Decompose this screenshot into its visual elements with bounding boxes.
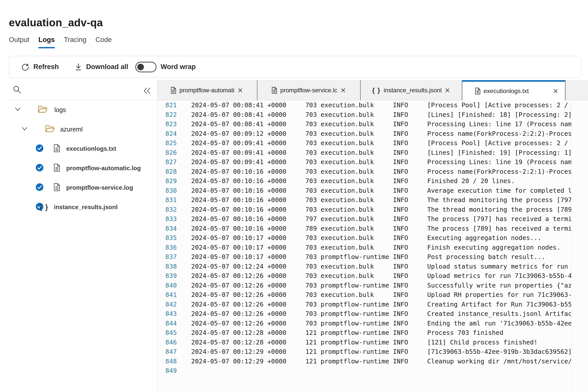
document-icon	[272, 87, 277, 94]
view-tab-label: Logs	[38, 36, 55, 43]
editor-tab[interactable]: { } instance_results.jsonl	[361, 80, 462, 100]
log-line-text: 2024-05-07 00:10:16 +0000 703 execution.…	[191, 195, 572, 205]
file-tree: logs azureml { } executionlogs.txt { } p…	[0, 100, 157, 217]
log-line: 822 2024-05-07 00:08:41 +0000 703 execut…	[157, 110, 588, 120]
line-number: 841	[157, 290, 177, 300]
view-tabs: Output Logs Tracing Code	[9, 36, 112, 48]
log-line: 823 2024-05-07 00:08:41 +0000 703 execut…	[157, 119, 588, 129]
log-line-text: 2024-05-07 00:12:26 +0000 703 promptflow…	[191, 309, 572, 319]
tree-folder-logs[interactable]: logs	[0, 100, 157, 119]
view-tab-label: Code	[96, 36, 112, 43]
view-tab-code[interactable]: Code	[96, 36, 112, 48]
log-line: 845 2024-05-07 00:12:28 +0000 121 prompt…	[157, 328, 588, 338]
file-tree-item[interactable]: { } executionlogs.txt	[0, 139, 157, 158]
editor-tab[interactable]: { } promptflow-service.lc	[257, 80, 361, 100]
word-wrap-toggle[interactable]	[135, 62, 157, 72]
line-number: 830	[157, 186, 177, 195]
chevron-down-icon[interactable]	[14, 106, 21, 114]
log-line-text: 2024-05-07 00:09:12 +0000 703 execution.…	[191, 129, 572, 139]
log-line: 824 2024-05-07 00:09:12 +0000 703 execut…	[157, 129, 588, 139]
log-line-text: 2024-05-07 00:12:26 +0000 703 promptflow…	[191, 281, 572, 290]
file-tree-item[interactable]: { } promptflow-automatic.log	[0, 158, 157, 178]
line-number: 837	[157, 252, 177, 262]
document-icon	[475, 88, 481, 95]
log-line-text: 2024-05-07 00:10:16 +0000 797 execution.…	[191, 214, 572, 224]
line-number: 833	[157, 214, 177, 224]
line-number: 835	[157, 233, 177, 243]
line-number: 828	[157, 167, 177, 177]
log-line: 840 2024-05-07 00:12:26 +0000 703 prompt…	[157, 281, 588, 290]
log-line-text: 2024-05-07 00:08:41 +0000 703 execution.…	[191, 119, 572, 129]
log-line-text: 2024-05-07 00:09:41 +0000 703 execution.…	[191, 148, 572, 158]
log-line: 831 2024-05-07 00:10:16 +0000 703 execut…	[157, 195, 588, 205]
log-line: 829 2024-05-07 00:10:16 +0000 703 execut…	[157, 176, 588, 186]
refresh-icon	[21, 63, 29, 71]
checked-circle-icon[interactable]	[36, 144, 43, 153]
log-line: 834 2024-05-07 00:10:16 +0000 789 execut…	[157, 224, 588, 233]
log-line: 847 2024-05-07 00:12:29 +0000 121 prompt…	[157, 347, 588, 357]
chevron-down-icon[interactable]	[21, 125, 28, 133]
collapse-panel-icon[interactable]	[143, 87, 151, 96]
line-number: 825	[157, 138, 177, 148]
log-line-text: 2024-05-07 00:08:41 +0000 703 execution.…	[191, 100, 568, 110]
line-number: 848	[157, 357, 177, 366]
editor-tab-label: executionlogs.txt	[484, 88, 529, 95]
document-icon	[54, 164, 60, 173]
log-line: 832 2024-05-07 00:10:16 +0000 703 execut…	[157, 205, 588, 214]
log-line: 838 2024-05-07 00:12:24 +0000 703 execut…	[157, 262, 588, 271]
document-icon	[171, 87, 176, 94]
view-tab-output[interactable]: Output	[9, 36, 29, 48]
close-icon[interactable]	[553, 88, 558, 94]
file-tree-item[interactable]: { } promptflow-service.log	[0, 178, 157, 197]
line-number: 821	[157, 100, 177, 110]
file-tree-item[interactable]: { } instance_results.jsonl	[0, 197, 157, 217]
download-all-button[interactable]: Download all	[75, 63, 128, 71]
scrollbar-track[interactable]	[571, 100, 571, 392]
log-line-text: 2024-05-07 00:12:28 +0000 121 promptflow…	[191, 328, 503, 338]
page-title: evaluation_adv-qa	[9, 17, 103, 29]
line-number: 842	[157, 300, 177, 309]
log-line-text: 2024-05-07 00:09:41 +0000 703 execution.…	[191, 138, 568, 148]
close-icon[interactable]	[237, 88, 243, 93]
log-line: 846 2024-05-07 00:12:28 +0000 121 prompt…	[157, 338, 588, 347]
line-number: 829	[157, 176, 177, 186]
log-line: 826 2024-05-07 00:09:41 +0000 703 execut…	[157, 148, 588, 158]
editor-tab-label: promptflow-service.lc	[280, 87, 337, 94]
log-line-text: 2024-05-07 00:10:16 +0000 703 execution.…	[191, 167, 572, 177]
log-line-text: 2024-05-07 00:12:26 +0000 703 execution.…	[191, 271, 572, 281]
view-tab-tracing[interactable]: Tracing	[64, 36, 86, 48]
log-line: 833 2024-05-07 00:10:16 +0000 797 execut…	[157, 214, 588, 224]
refresh-label: Refresh	[33, 63, 59, 71]
line-number: 827	[157, 157, 177, 167]
line-number: 824	[157, 129, 177, 139]
refresh-button[interactable]: Refresh	[21, 63, 59, 71]
checked-circle-icon[interactable]	[36, 164, 43, 172]
log-line-text: 2024-05-07 00:10:17 +0000 703 execution.…	[191, 243, 560, 252]
file-name: promptflow-service.log	[66, 184, 133, 191]
editor-tab[interactable]: { } executionlogs.txt	[462, 80, 565, 100]
checked-circle-icon[interactable]	[36, 183, 43, 192]
line-number: 826	[157, 148, 177, 158]
editor-tab-label: instance_results.jsonl	[384, 87, 442, 94]
log-line-text: 2024-05-07 00:10:16 +0000 703 execution.…	[191, 176, 515, 186]
log-line: 828 2024-05-07 00:10:16 +0000 703 execut…	[157, 167, 588, 177]
close-icon[interactable]	[340, 88, 346, 93]
json-braces-icon: { }	[372, 86, 381, 94]
editor-tab[interactable]: { } promptflow-automati	[157, 80, 257, 100]
log-line-text: 2024-05-07 00:09:41 +0000 703 execution.…	[191, 157, 572, 167]
toggle-knob	[137, 64, 144, 70]
file-name: executionlogs.txt	[66, 145, 116, 152]
document-icon	[54, 144, 60, 153]
search-icon[interactable]	[13, 85, 22, 95]
view-tab-logs[interactable]: Logs	[38, 36, 55, 48]
log-line: 830 2024-05-07 00:10:16 +0000 703 execut…	[157, 186, 588, 195]
file-list: { } executionlogs.txt { } promptflow-aut…	[0, 139, 157, 217]
tree-folder-azureml[interactable]: azureml	[0, 119, 157, 139]
log-line: 821 2024-05-07 00:08:41 +0000 703 execut…	[157, 100, 588, 110]
view-tab-label: Tracing	[64, 36, 86, 43]
word-wrap-label: Word wrap	[161, 63, 196, 71]
line-number: 844	[157, 319, 177, 328]
word-wrap-control: Word wrap	[135, 62, 196, 72]
close-icon[interactable]	[445, 88, 450, 93]
log-line: 837 2024-05-07 00:10:17 +0000 703 prompt…	[157, 252, 588, 262]
